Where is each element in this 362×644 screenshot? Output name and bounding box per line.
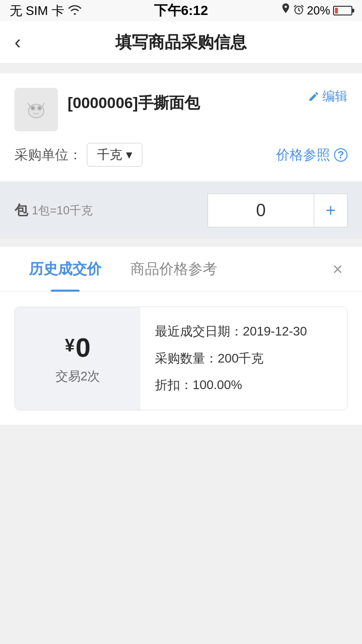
svg-point-1 bbox=[28, 104, 44, 118]
tab-history-label: 历史成交价 bbox=[29, 261, 101, 277]
battery-icon bbox=[333, 6, 352, 15]
product-section: [0000006]手撕面包 编辑 采购单位： 千克 ▾ 价格参照 ? bbox=[0, 73, 362, 181]
quantity-detail-label: 采购数量： bbox=[155, 351, 218, 365]
quantity-detail-value: 200千克 bbox=[218, 351, 264, 365]
back-button[interactable]: ‹ bbox=[10, 27, 26, 58]
recent-date-value: 2019-12-30 bbox=[243, 324, 307, 338]
page-title: 填写商品采购信息 bbox=[115, 31, 247, 54]
tabs-header: 历史成交价 商品价格参考 × bbox=[0, 247, 362, 292]
conversion-note: 1包=10千克 bbox=[32, 203, 93, 218]
tab-price-reference[interactable]: 商品价格参考 bbox=[116, 247, 232, 292]
dropdown-arrow-icon: ▾ bbox=[126, 147, 132, 162]
status-bar: 无 SIM 卡 下午6:12 20% bbox=[0, 0, 362, 21]
recent-date-label: 最近成交日期： bbox=[155, 324, 243, 338]
price-card: ¥ 0 交易2次 最近成交日期：2019-12-30 采购数量：200千克 折扣… bbox=[14, 307, 348, 410]
tab-price-ref-label: 商品价格参考 bbox=[130, 261, 217, 277]
product-header: [0000006]手撕面包 编辑 bbox=[14, 88, 348, 131]
price-ref-label: 价格参照 bbox=[276, 146, 330, 164]
quantity-control: + bbox=[208, 194, 348, 227]
discount-value: 100.00% bbox=[193, 378, 242, 392]
status-left: 无 SIM 卡 bbox=[10, 2, 82, 19]
quantity-plus-button[interactable]: + bbox=[314, 194, 348, 227]
svg-point-5 bbox=[39, 107, 41, 110]
price-amount: ¥ 0 bbox=[65, 332, 90, 363]
location-icon bbox=[281, 3, 291, 18]
quantity-input[interactable] bbox=[208, 194, 314, 227]
carrier-text: 无 SIM 卡 bbox=[10, 2, 64, 19]
tabs-list: 历史成交价 商品价格参考 bbox=[14, 247, 328, 292]
purchase-quantity-row: 采购数量：200千克 bbox=[155, 349, 333, 369]
tab-history-price[interactable]: 历史成交价 bbox=[14, 247, 116, 292]
bottom-area bbox=[0, 425, 362, 644]
wifi-icon bbox=[68, 3, 82, 18]
quantity-section: 包 1包=10千克 + bbox=[0, 182, 362, 239]
price-card-right: 最近成交日期：2019-12-30 采购数量：200千克 折扣：100.00% bbox=[140, 307, 347, 410]
price-times: 交易2次 bbox=[56, 368, 100, 385]
quantity-label-group: 包 1包=10千克 bbox=[14, 201, 93, 220]
recent-date-row: 最近成交日期：2019-12-30 bbox=[155, 322, 333, 342]
svg-point-4 bbox=[32, 107, 34, 110]
discount-label: 折扣： bbox=[155, 378, 193, 392]
unit-label: 采购单位： bbox=[14, 146, 82, 164]
unit-dropdown[interactable]: 千克 ▾ bbox=[87, 143, 142, 167]
price-card-left: ¥ 0 交易2次 bbox=[15, 307, 140, 410]
battery-fill bbox=[335, 8, 338, 14]
product-info-left: [0000006]手撕面包 bbox=[14, 88, 200, 131]
battery-percentage: 20% bbox=[307, 4, 330, 17]
tabs-section: 历史成交价 商品价格参考 × ¥ 0 交易2次 最近成交日期：2019-12-3… bbox=[0, 247, 362, 425]
edit-label: 编辑 bbox=[322, 88, 348, 105]
product-image bbox=[24, 98, 48, 122]
status-time: 下午6:12 bbox=[154, 1, 208, 20]
price-card-container: ¥ 0 交易2次 最近成交日期：2019-12-30 采购数量：200千克 折扣… bbox=[0, 292, 362, 425]
discount-row: 折扣：100.00% bbox=[155, 375, 333, 395]
package-label: 包 bbox=[14, 201, 28, 220]
product-name: [0000006]手撕面包 bbox=[68, 88, 200, 114]
tab-close-button[interactable]: × bbox=[328, 254, 348, 284]
help-icon: ? bbox=[334, 148, 348, 162]
price-reference-button[interactable]: 价格参照 ? bbox=[276, 146, 348, 164]
currency-symbol: ¥ bbox=[65, 336, 74, 356]
product-thumbnail bbox=[14, 88, 58, 131]
price-value: 0 bbox=[75, 332, 90, 363]
status-right: 20% bbox=[281, 3, 352, 18]
edit-icon bbox=[308, 91, 320, 102]
product-unit-row: 采购单位： 千克 ▾ 价格参照 ? bbox=[14, 143, 348, 167]
unit-value: 千克 bbox=[97, 146, 122, 163]
edit-button[interactable]: 编辑 bbox=[308, 88, 348, 105]
alarm-icon bbox=[293, 4, 304, 17]
nav-bar: ‹ 填写商品采购信息 bbox=[0, 21, 362, 64]
unit-selector-group: 采购单位： 千克 ▾ bbox=[14, 143, 142, 167]
